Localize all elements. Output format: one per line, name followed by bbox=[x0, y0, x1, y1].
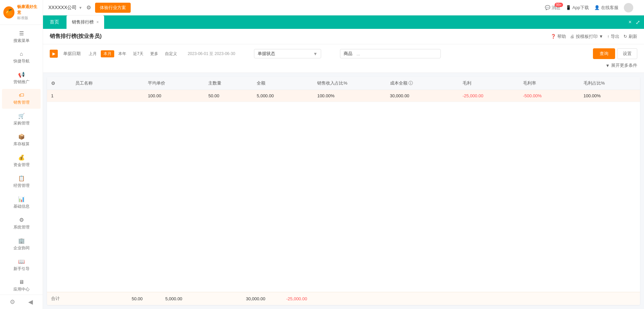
nav-label-operations: 经营管理 bbox=[13, 183, 30, 189]
tab-sales-ranking[interactable]: 销售排行榜 × bbox=[67, 15, 104, 29]
sidebar-bottom: ⚙ ◀ bbox=[0, 295, 43, 309]
sidebar-item-search[interactable]: ☰ 搜索菜单 bbox=[2, 27, 41, 47]
message-button[interactable]: 💬 消息 99+ bbox=[545, 5, 560, 11]
date-shortcut-更多[interactable]: 更多 bbox=[147, 50, 161, 57]
nav-icon-finance: 💰 bbox=[18, 154, 25, 161]
nav-label-system: 系统管理 bbox=[13, 224, 30, 230]
status-filter[interactable]: 单据状态 ▼ bbox=[254, 49, 321, 58]
col-employee: 员工名称 bbox=[71, 77, 144, 90]
app-download-button[interactable]: 📱 App下载 bbox=[566, 5, 589, 11]
table-header: ⚙员工名称平均单价主数量全额销售收入占比%成本全额 ⓘ毛利毛利率毛利占比% bbox=[47, 77, 640, 90]
expand-more-btn[interactable]: ▼ 展开更多条件 bbox=[605, 62, 637, 68]
filter-toggle-btn[interactable]: ▶ bbox=[50, 50, 58, 58]
tab-bar-right: × ⤢ bbox=[629, 19, 644, 25]
online-service-button[interactable]: 👤 在线客服 bbox=[594, 5, 618, 11]
page-header: 销售排行榜(按业务员) ❓ 帮助 🖨 按模板打印 ▼ ↑ 导出 ↻ 刷新 bbox=[43, 29, 644, 44]
logo-line1: 畅康通好生意 bbox=[17, 4, 39, 15]
nav-label-marketing: 营销推广 bbox=[13, 79, 30, 85]
tab-bar: 首页 销售排行榜 × × ⤢ bbox=[43, 15, 644, 29]
avatar[interactable] bbox=[624, 3, 633, 12]
sidebar-item-quick-nav[interactable]: ⌂ 快捷导航 bbox=[2, 48, 41, 67]
col-profit_pct: 毛利占比% bbox=[579, 77, 640, 90]
setting-button[interactable]: 设置 bbox=[617, 48, 637, 59]
company-selector[interactable]: XXXXXX公司 ▼ bbox=[48, 5, 82, 11]
footer-cost: 30,000.00 bbox=[246, 296, 280, 301]
nav-icon-marketing: 📢 bbox=[18, 71, 25, 78]
status-label: 单据状态 bbox=[258, 51, 275, 57]
print-dropdown-icon: ▼ bbox=[599, 34, 603, 39]
main-area: XXXXXX公司 ▼ ⚙ 体验行业方案 💬 消息 99+ 📱 App下载 👤 在… bbox=[43, 0, 644, 309]
nav-label-quick-nav: 快捷导航 bbox=[13, 58, 30, 64]
sidebar-item-system[interactable]: ⚙ 系统管理 bbox=[2, 213, 41, 234]
sidebar-item-inventory[interactable]: 📦 库存核算 bbox=[2, 130, 41, 150]
col-quantity: 主数量 bbox=[204, 77, 253, 90]
export-button[interactable]: ↑ 导出 bbox=[607, 34, 620, 40]
nav-icon-system: ⚙ bbox=[19, 217, 24, 223]
sidebar-item-operations[interactable]: 📋 经营管理 bbox=[2, 172, 41, 192]
nav-icon-search: ☰ bbox=[19, 30, 24, 37]
tab-close-window-icon[interactable]: × bbox=[629, 19, 632, 25]
nav-label-enterprise: 企业协同 bbox=[13, 245, 30, 251]
nav-label-app-center: 应用中心 bbox=[13, 287, 30, 292]
nav-icon-guide: 📖 bbox=[18, 258, 25, 265]
tab-maximize-icon[interactable]: ⤢ bbox=[636, 19, 640, 25]
settings-icon[interactable]: ⚙ bbox=[10, 298, 15, 306]
sidebar-item-marketing[interactable]: 📢 营销推广 bbox=[2, 68, 41, 88]
col-profit: 毛利 bbox=[459, 77, 519, 90]
message-icon: 💬 bbox=[545, 5, 550, 10]
date-shortcut-本月[interactable]: 本月 bbox=[101, 50, 114, 57]
cell-sales_pct: 100.00% bbox=[313, 90, 386, 102]
query-buttons: 查询 设置 bbox=[593, 48, 637, 59]
help-button[interactable]: ❓ 帮助 bbox=[551, 34, 566, 40]
sidebar-item-finance[interactable]: 💰 资金管理 bbox=[2, 151, 41, 171]
col-profit_rate: 毛利率 bbox=[519, 77, 579, 90]
trial-button[interactable]: 体验行业方案 bbox=[95, 3, 131, 13]
date-range-text: 2023-06-01 至 2023-06-30 bbox=[188, 51, 235, 57]
cell-cost: 30,000.00 bbox=[386, 90, 459, 102]
help-icon: ❓ bbox=[551, 34, 556, 39]
logo-line2: 标准版 bbox=[17, 15, 39, 20]
sidebar-item-enterprise[interactable]: 🏢 企业协同 bbox=[2, 234, 41, 254]
footer-amount: 5,000.00 bbox=[165, 296, 199, 301]
collapse-icon[interactable]: ◀ bbox=[28, 298, 33, 306]
sidebar-item-app-center[interactable]: 🖥 应用中心 bbox=[2, 276, 41, 295]
footer-quantity: 50.00 bbox=[132, 296, 159, 301]
sidebar-item-basic-info[interactable]: 📊 基础信息 bbox=[2, 193, 41, 213]
nav-icon-purchase: 🛒 bbox=[18, 113, 25, 119]
cell-avg_price: 100.00 bbox=[144, 90, 204, 102]
nav-icon-quick-nav: ⌂ bbox=[20, 51, 23, 57]
export-icon: ↑ bbox=[607, 34, 610, 39]
tab-close-icon[interactable]: × bbox=[96, 20, 99, 24]
page-title: 销售排行榜(按业务员) bbox=[50, 33, 102, 40]
sidebar-item-purchase[interactable]: 🛒 采购管理 bbox=[2, 109, 41, 130]
refresh-button[interactable]: ↻ 刷新 bbox=[624, 34, 637, 40]
date-shortcut-本年[interactable]: 本年 bbox=[116, 50, 129, 57]
refresh-icon: ↻ bbox=[624, 34, 627, 39]
cell-profit_pct: 100.00% bbox=[579, 90, 640, 102]
top-right-actions: 💬 消息 99+ 📱 App下载 👤 在线客服 bbox=[545, 3, 639, 12]
sidebar-item-sales[interactable]: 🏷 销售管理 bbox=[2, 89, 41, 109]
logo-icon: 🍊 bbox=[3, 6, 14, 18]
date-shortcut-上月[interactable]: 上月 bbox=[86, 50, 99, 57]
print-button[interactable]: 🖨 按模板打印 ▼ bbox=[570, 34, 603, 40]
sidebar-item-guide[interactable]: 📖 新手引导 bbox=[2, 255, 41, 275]
cell-quantity: 50.00 bbox=[204, 90, 253, 102]
logo-area: 🍊 畅康通好生意 标准版 bbox=[0, 0, 43, 25]
nav-label-purchase: 采购管理 bbox=[13, 120, 30, 126]
page-content: 销售排行榜(按业务员) ❓ 帮助 🖨 按模板打印 ▼ ↑ 导出 ↻ 刷新 bbox=[43, 29, 644, 309]
query-button[interactable]: 查询 bbox=[593, 48, 615, 59]
date-shortcut-近7天[interactable]: 近7天 bbox=[130, 50, 146, 57]
page-actions: ❓ 帮助 🖨 按模板打印 ▼ ↑ 导出 ↻ 刷新 bbox=[551, 34, 637, 40]
tab-home[interactable]: 首页 bbox=[43, 15, 66, 29]
goods-filter[interactable]: 商品 ... bbox=[340, 49, 441, 58]
topbar-settings-icon[interactable]: ⚙ bbox=[86, 4, 91, 11]
date-shortcut-自定义[interactable]: 自定义 bbox=[162, 50, 180, 57]
expand-label: 展开更多条件 bbox=[611, 62, 637, 68]
table-scroll[interactable]: ⚙员工名称平均单价主数量全额销售收入占比%成本全额 ⓘ毛利毛利率毛利占比% 11… bbox=[47, 77, 640, 292]
cell-amount: 5,000.00 bbox=[253, 90, 313, 102]
status-dropdown-arrow: ▼ bbox=[313, 51, 317, 56]
filter-toggle-icon: ▶ bbox=[52, 51, 55, 56]
tab-label: 销售排行榜 bbox=[72, 19, 94, 25]
col-avg_price: 平均单价 bbox=[144, 77, 204, 90]
app-download-label: App下载 bbox=[572, 5, 589, 11]
